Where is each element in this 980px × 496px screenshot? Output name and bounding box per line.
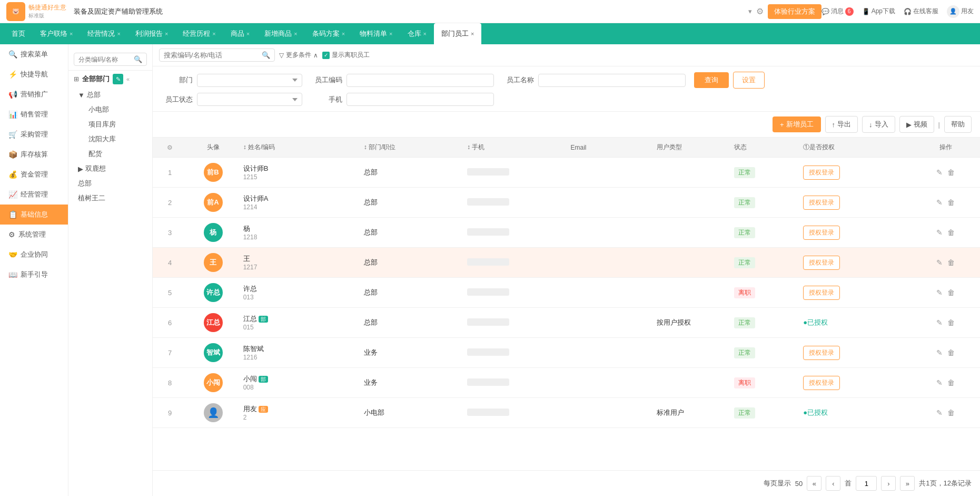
edit-icon[interactable]: ✎ — [936, 348, 943, 357]
query-button[interactable]: 查询 — [694, 72, 729, 88]
delete-icon[interactable]: 🗑 — [947, 409, 955, 417]
edit-icon[interactable]: ✎ — [936, 318, 943, 327]
employee-search-icon[interactable]: 🔍 — [262, 51, 270, 59]
dept-edit-button[interactable]: ✎ — [113, 74, 123, 84]
delete-icon[interactable]: 🗑 — [947, 318, 955, 327]
tab-dept-employee[interactable]: 部门员工 × — [434, 23, 481, 44]
dept-item-peihuo[interactable]: 配货 — [83, 147, 152, 161]
col-phone-header[interactable]: ↕ 手机 — [463, 138, 566, 158]
sidebar-item-basic-info[interactable]: 📋 基础信息 — [0, 205, 68, 225]
more-filter-btn[interactable]: ▽ 更多条件 ∧ — [279, 51, 318, 60]
auth-button[interactable]: 授权登录 — [803, 196, 840, 210]
close-icon[interactable]: × — [471, 31, 474, 37]
tab-bom[interactable]: 物料清单 × — [352, 23, 400, 44]
close-icon[interactable]: × — [294, 31, 297, 37]
close-icon[interactable]: × — [165, 31, 168, 37]
edit-icon[interactable]: ✎ — [936, 228, 943, 237]
sidebar-item-quick-nav[interactable]: ⚡ 快捷导航 — [0, 64, 68, 84]
edit-icon[interactable]: ✎ — [936, 288, 943, 297]
col-dept-header[interactable]: ↕ 部门/职位 — [360, 138, 463, 158]
tab-profit[interactable]: 利润报告 × — [128, 23, 175, 44]
close-icon[interactable]: × — [117, 31, 120, 37]
delete-icon[interactable]: 🗑 — [947, 288, 955, 297]
sidebar-item-sales[interactable]: 📊 销售管理 — [0, 104, 68, 124]
tab-goods[interactable]: 商品 × — [223, 23, 257, 44]
sidebar-item-guide[interactable]: 📖 新手引导 — [0, 265, 68, 285]
help-button[interactable]: 帮助 — [944, 116, 972, 133]
dept-item-xiaodian[interactable]: 小电部 — [83, 102, 152, 117]
message-btn[interactable]: 💬 消息 6 — [821, 7, 854, 16]
settings-icon[interactable]: ⚙ — [756, 6, 764, 16]
set-button[interactable]: 设置 — [733, 72, 765, 89]
dept-select[interactable] — [197, 74, 302, 87]
col-settings[interactable]: ⚙ — [153, 138, 187, 158]
dept-all-label[interactable]: 全部部门 — [82, 74, 110, 84]
edit-icon[interactable]: ✎ — [936, 258, 943, 267]
edit-icon[interactable]: ✎ — [936, 409, 943, 417]
dept-item-zhishu[interactable]: 植树王二 — [73, 191, 152, 206]
close-icon[interactable]: × — [423, 31, 427, 37]
sidebar-item-system[interactable]: ⚙ 系统管理 — [0, 225, 68, 245]
delete-icon[interactable]: 🗑 — [947, 198, 955, 207]
close-icon[interactable]: × — [70, 31, 73, 37]
next-page-btn[interactable]: › — [881, 476, 896, 491]
tab-home[interactable]: 首页 — [4, 23, 33, 44]
employee-search-input[interactable] — [164, 51, 260, 59]
emp-name-input[interactable] — [538, 74, 686, 87]
online-service-btn[interactable]: 🎧 在线客服 — [904, 7, 938, 16]
close-icon[interactable]: × — [342, 31, 345, 37]
dropdown-arrow-icon[interactable]: ▾ — [748, 7, 752, 15]
export-button[interactable]: ↑ 导出 — [825, 116, 858, 133]
sidebar-item-inventory[interactable]: 📦 库存核算 — [0, 144, 68, 164]
tab-new-goods[interactable]: 新增商品 × — [257, 23, 304, 44]
sidebar-item-collab[interactable]: 🤝 企业协同 — [0, 245, 68, 265]
tab-warehouse[interactable]: 仓库 × — [400, 23, 434, 44]
emp-status-select[interactable] — [197, 93, 302, 106]
auth-button[interactable]: 授权登录 — [803, 346, 840, 360]
sidebar-item-business[interactable]: 📈 经营管理 — [0, 184, 68, 205]
dept-collapse-button[interactable]: « — [126, 76, 130, 82]
sidebar-item-search[interactable]: 🔍 搜索菜单 — [0, 44, 68, 64]
page-input[interactable] — [856, 476, 877, 491]
close-icon[interactable]: × — [389, 31, 392, 37]
auth-button[interactable]: 授权登录 — [803, 166, 840, 180]
last-page-btn[interactable]: » — [900, 476, 915, 491]
tab-history[interactable]: 经营历程 × — [175, 23, 223, 44]
delete-icon[interactable]: 🗑 — [947, 258, 955, 267]
dept-item-shenyang[interactable]: 沈阳大库 — [83, 132, 152, 147]
dept-search-icon[interactable]: 🔍 — [134, 55, 142, 63]
view-button[interactable]: ▶ 视频 — [899, 116, 934, 133]
sidebar-item-purchase[interactable]: 🛒 采购管理 — [0, 124, 68, 144]
auth-button[interactable]: 授权登录 — [803, 376, 840, 390]
delete-icon[interactable]: 🗑 — [947, 378, 955, 387]
delete-icon[interactable]: 🗑 — [947, 228, 955, 237]
dept-search-input[interactable] — [78, 56, 132, 63]
prev-page-btn[interactable]: ‹ — [826, 476, 840, 491]
app-download-btn[interactable]: 📱 App下载 — [862, 7, 895, 16]
edit-icon[interactable]: ✎ — [936, 168, 943, 177]
auth-button[interactable]: 授权登录 — [803, 226, 840, 240]
import-button[interactable]: ↓ 导入 — [862, 116, 895, 133]
auth-button[interactable]: 授权登录 — [803, 286, 840, 300]
sidebar-item-finance[interactable]: 💰 资金管理 — [0, 164, 68, 184]
sidebar-item-marketing[interactable]: 📢 营销推广 — [0, 84, 68, 104]
dept-item-project[interactable]: 项目库房 — [83, 117, 152, 132]
edit-icon[interactable]: ✎ — [936, 198, 943, 207]
phone-input[interactable] — [347, 93, 494, 106]
show-resigned-toggle[interactable]: ✓ 显示离职员工 — [322, 51, 370, 60]
user-btn[interactable]: 👤 用友 — [947, 5, 974, 18]
first-page-btn[interactable]: « — [807, 476, 821, 491]
col-name-header[interactable]: ↕ 姓名/编码 — [239, 138, 360, 158]
edit-icon[interactable]: ✎ — [936, 378, 943, 387]
tab-barcode[interactable]: 条码方案 × — [305, 23, 352, 44]
add-employee-button[interactable]: + 新增员工 — [773, 116, 821, 132]
auth-button[interactable]: 授权登录 — [803, 256, 840, 270]
trial-button[interactable]: 体验行业方案 — [768, 4, 821, 19]
dept-item-zongbu[interactable]: ▼ 总部 — [73, 87, 152, 102]
emp-code-input[interactable] — [347, 74, 494, 87]
close-icon[interactable]: × — [212, 31, 215, 37]
dept-item-shuanglu[interactable]: ▶ 双鹿想 — [73, 161, 152, 176]
delete-icon[interactable]: 🗑 — [947, 168, 955, 177]
delete-icon[interactable]: 🗑 — [947, 348, 955, 357]
close-icon[interactable]: × — [246, 31, 250, 37]
